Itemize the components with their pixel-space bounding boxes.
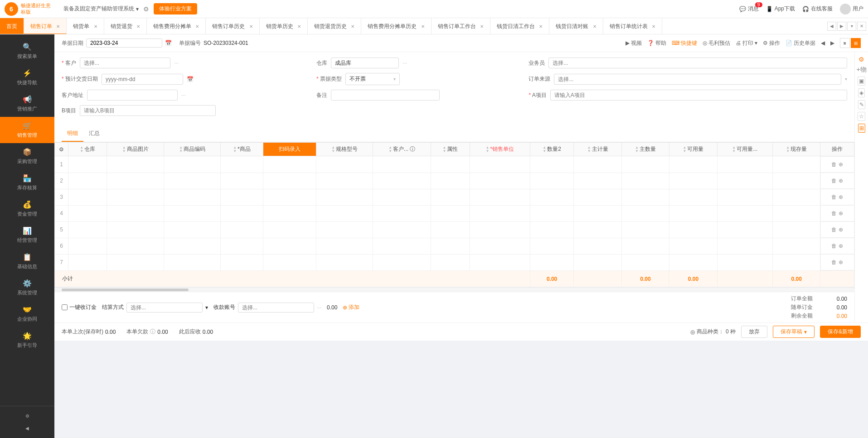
close-icon[interactable]: ✕: [539, 24, 543, 29]
delete-row-icon[interactable]: 🗑: [831, 210, 837, 217]
cell[interactable]: [669, 238, 717, 254]
side-action-1[interactable]: ▣: [858, 77, 865, 86]
close-icon[interactable]: ✕: [56, 24, 60, 29]
cell[interactable]: [621, 254, 669, 271]
copy-row-icon[interactable]: ⊕: [839, 259, 843, 265]
cell[interactable]: [470, 254, 530, 271]
history-btn[interactable]: 📄 历史单据: [786, 39, 815, 47]
discard-btn[interactable]: 放弃: [741, 326, 767, 338]
save-draft-btn[interactable]: 保存草稿 ▾: [773, 326, 815, 338]
tab-detail[interactable]: 明细: [62, 126, 83, 142]
cell[interactable]: [431, 156, 470, 173]
side-action-5[interactable]: ⊞: [858, 124, 865, 133]
cell[interactable]: [574, 221, 621, 238]
cell[interactable]: [431, 189, 470, 205]
close-icon[interactable]: ✕: [351, 24, 354, 29]
tab-sales-return[interactable]: 销货单 ✕: [67, 18, 104, 34]
cell[interactable]: [530, 254, 574, 271]
cell[interactable]: [263, 189, 316, 205]
cell[interactable]: [221, 189, 263, 205]
close-icon[interactable]: ✕: [480, 24, 484, 29]
cell[interactable]: [574, 254, 621, 271]
cell[interactable]: [470, 156, 530, 173]
cell[interactable]: [373, 173, 431, 189]
cell[interactable]: [717, 173, 772, 189]
close-icon[interactable]: ✕: [593, 24, 596, 29]
tab-sales-order-history[interactable]: 销售订单历史 ✕: [206, 18, 259, 34]
copy-row-icon[interactable]: ⊕: [839, 194, 843, 200]
col-scan-input[interactable]: 扫码录入: [263, 143, 316, 156]
sidebar-item-cooperation[interactable]: 🤝 企业协同: [0, 301, 54, 327]
help-btn[interactable]: ❓ 帮助: [647, 39, 666, 47]
cell[interactable]: [263, 205, 316, 221]
sidebar-settings-btn[interactable]: ⚙: [0, 410, 54, 422]
nav-prev-btn[interactable]: ◀: [821, 40, 825, 46]
tab-sales-stats[interactable]: 销售订单统计表 ✕: [603, 18, 662, 34]
cell[interactable]: [107, 221, 164, 238]
add-material-btn[interactable]: +物: [856, 66, 866, 74]
sidebar-item-operations[interactable]: 📊 经营管理: [0, 222, 54, 248]
nav-next-arrow[interactable]: ▶: [837, 22, 846, 31]
nav-prev-arrow[interactable]: ◀: [827, 22, 836, 31]
cell[interactable]: [316, 238, 373, 254]
close-icon[interactable]: ✕: [297, 24, 301, 29]
cell[interactable]: [68, 173, 107, 189]
cell[interactable]: [574, 238, 621, 254]
cell[interactable]: [164, 156, 221, 173]
cell[interactable]: [772, 238, 820, 254]
row-actions[interactable]: 🗑⊕: [820, 173, 854, 189]
cell[interactable]: [431, 238, 470, 254]
warehouse-input[interactable]: [331, 58, 399, 68]
sidebar-item-finance[interactable]: 💰 资金管理: [0, 196, 54, 222]
scroll-track[interactable]: [54, 287, 854, 292]
cell[interactable]: [621, 173, 669, 189]
cell[interactable]: [621, 156, 669, 173]
tab-sales-return-goods[interactable]: 销货退货 ✕: [104, 18, 147, 34]
cell[interactable]: [530, 221, 574, 238]
cell[interactable]: [717, 254, 772, 271]
cell[interactable]: [574, 156, 621, 173]
cell[interactable]: [316, 189, 373, 205]
salesperson-input[interactable]: [548, 58, 847, 68]
cell[interactable]: [470, 221, 530, 238]
tab-cashflow-workbench[interactable]: 钱货日清工作台 ✕: [490, 18, 549, 34]
row-actions[interactable]: 🗑⊕: [820, 205, 854, 221]
cell[interactable]: [68, 238, 107, 254]
cell[interactable]: [772, 205, 820, 221]
cell[interactable]: [669, 221, 717, 238]
tab-sales-order-workbench[interactable]: 销售订单工作台 ✕: [432, 18, 490, 34]
remarks-input[interactable]: [331, 90, 440, 101]
cell[interactable]: [530, 205, 574, 221]
cell[interactable]: [772, 221, 820, 238]
cell[interactable]: [669, 156, 717, 173]
one-click-checkout-checkbox[interactable]: [62, 304, 68, 310]
row-actions[interactable]: 🗑⊕: [820, 238, 854, 254]
cell[interactable]: [263, 254, 316, 271]
one-click-checkout-cb[interactable]: 一键收订金: [62, 303, 97, 311]
cell[interactable]: [107, 238, 164, 254]
cell[interactable]: [717, 221, 772, 238]
cell[interactable]: [772, 189, 820, 205]
view-btn[interactable]: ▶ 视频: [626, 39, 642, 47]
nav-close-all[interactable]: ✕: [857, 22, 866, 31]
tab-sales-expense-split-history[interactable]: 销售费用分摊单历史 ✕: [361, 18, 431, 34]
user-btn[interactable]: 用户: [840, 4, 863, 14]
tab-sales-return-history[interactable]: 销货单历史 ✕: [260, 18, 308, 34]
cell[interactable]: [669, 173, 717, 189]
cell[interactable]: [107, 173, 164, 189]
row-actions[interactable]: 🗑⊕: [820, 189, 854, 205]
copy-row-icon[interactable]: ⊕: [839, 178, 843, 184]
add-payment-btn[interactable]: ⊕ 添加: [343, 303, 359, 311]
tab-home[interactable]: 首页: [0, 18, 24, 34]
sidebar-item-search[interactable]: 🔍 搜索菜单: [0, 38, 54, 64]
cell[interactable]: [717, 205, 772, 221]
sidebar-item-base-info[interactable]: 📋 基础信息: [0, 248, 54, 274]
col-gear[interactable]: ⚙: [55, 143, 68, 156]
cell[interactable]: [431, 173, 470, 189]
cell[interactable]: [772, 254, 820, 271]
cell[interactable]: [772, 173, 820, 189]
calendar-icon[interactable]: 📅: [165, 40, 172, 46]
delete-row-icon[interactable]: 🗑: [831, 243, 837, 249]
print-btn[interactable]: 🖨 打印 ▾: [736, 39, 757, 47]
payment-method-arrow[interactable]: ▾: [205, 304, 208, 311]
